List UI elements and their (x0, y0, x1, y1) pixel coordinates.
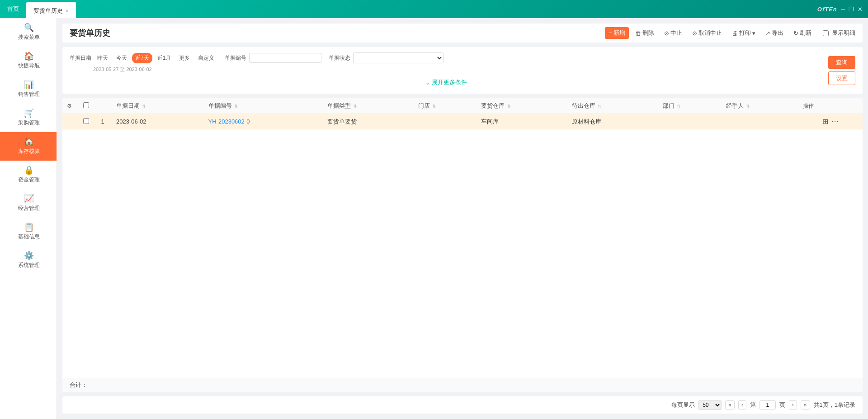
th-settings[interactable]: ⚙ (62, 98, 79, 114)
sort-icon-req-warehouse: ⇅ (507, 104, 511, 109)
filter-row-expand: ⌄ 展开更多条件 (70, 76, 823, 88)
doc-status-select[interactable] (353, 52, 443, 63)
gear-icon: ⚙️ (24, 252, 34, 260)
print-button[interactable]: 🖨 打印 ▾ (728, 27, 759, 39)
th-req-warehouse[interactable]: 要货仓库 ⇅ (476, 98, 567, 114)
th-action: 操作 (798, 98, 863, 114)
home-icon: 🏠 (24, 52, 34, 60)
td-doc-date: 2023-06-02 (112, 114, 204, 129)
th-doc-no[interactable]: 单据编号 ⇅ (204, 98, 323, 114)
page-number-input[interactable] (760, 400, 776, 409)
minimize-btn[interactable]: ─ (841, 6, 845, 13)
filter-actions: 查询 设置 (823, 52, 855, 88)
date-tab-last7days[interactable]: 近7天 (132, 53, 152, 63)
th-department[interactable]: 部门 ⇅ (658, 98, 722, 114)
expand-btn[interactable]: ⌄ 展开更多条件 (425, 76, 467, 88)
th-checkbox (79, 98, 94, 114)
tab-home[interactable]: 首页 (0, 0, 26, 18)
sidebar-item-system-mgmt[interactable]: ⚙️ 系统管理 (0, 246, 57, 275)
export-button[interactable]: ↗ 导出 (762, 27, 787, 39)
row-checkbox[interactable] (83, 118, 89, 124)
sidebar-item-search-menu[interactable]: 🔍 搜索菜单 (0, 18, 57, 47)
operation-icon: 📈 (24, 195, 34, 203)
first-page-btn[interactable]: « (725, 400, 735, 409)
doc-no-input[interactable] (249, 53, 321, 63)
tab-requisition-history[interactable]: 要货单历史 × (26, 2, 76, 20)
search-icon: 🔍 (24, 24, 34, 32)
last-page-btn[interactable]: » (801, 400, 810, 409)
filter-fields: 单据日期 昨天 今天 近7天 近1月 更多 自定义 单据编号 (70, 52, 823, 88)
show-detail-toggle[interactable]: 显示明细 (823, 29, 855, 37)
stop-button[interactable]: ⊘ 中止 (660, 27, 686, 39)
action-more-icon[interactable]: ⋯ (831, 118, 839, 125)
refresh-button[interactable]: ↻ 刷新 (790, 27, 815, 39)
sort-icon-doc-date: ⇅ (142, 104, 146, 109)
td-action: ⊞ ⋯ (798, 114, 863, 129)
prev-page-btn[interactable]: ‹ (738, 400, 746, 409)
sort-icon-handler: ⇅ (746, 104, 750, 109)
cancel-stop-button[interactable]: ⊘ 取消中止 (689, 27, 726, 39)
th-handler[interactable]: 经手人 ⇅ (722, 98, 798, 114)
doc-no-link[interactable]: YH-20230602-0 (208, 118, 250, 125)
refresh-icon: ↻ (793, 30, 798, 37)
toolbar: + 新增 🗑 删除 ⊘ 中止 ⊘ 取消中止 🖨 打印 ▾ (605, 27, 855, 39)
data-table: ⚙ 单据日期 ⇅ 单据编号 ⇅ (62, 98, 863, 129)
th-store[interactable]: 门店 ⇅ (414, 98, 477, 114)
next-page-btn[interactable]: › (789, 400, 797, 409)
filter-group-docstatus: 单据状态 (329, 52, 443, 63)
sidebar-item-inventory[interactable]: 🏠 库存核算 (0, 132, 57, 161)
filter-group-date: 单据日期 昨天 今天 近7天 近1月 更多 自定义 (70, 53, 217, 63)
page-title: 要货单历史 (70, 28, 110, 38)
page-title-bar: 要货单历史 + 新增 🗑 删除 ⊘ 中止 ⊘ 取消中止 🖨 (62, 24, 863, 43)
stop-icon: ⊘ (664, 30, 669, 37)
filter-inner: 单据日期 昨天 今天 近7天 近1月 更多 自定义 单据编号 (70, 52, 855, 88)
sidebar-item-quick-nav[interactable]: 🏠 快捷导航 (0, 47, 57, 75)
td-handler (722, 114, 798, 129)
filter-row-date-range: 2023-05-27 至 2023-06-02 (70, 65, 823, 73)
sort-icon-store: ⇅ (432, 104, 436, 109)
total-info: 共1页，1条记录 (814, 401, 855, 409)
settings-button[interactable]: 设置 (828, 71, 855, 85)
lock-icon: 🔒 (24, 166, 34, 174)
page-size-select[interactable]: 50 10 20 100 (698, 400, 722, 410)
date-tab-more[interactable]: 更多 (176, 53, 193, 63)
date-tab-yesterday[interactable]: 昨天 (94, 53, 111, 63)
filter-area: 单据日期 昨天 今天 近7天 近1月 更多 自定义 单据编号 (62, 47, 863, 94)
delete-icon: 🗑 (635, 30, 641, 37)
sidebar-item-purchase-mgmt[interactable]: 🛒 采购管理 (0, 104, 57, 132)
sort-icon-pending-warehouse: ⇅ (598, 104, 601, 109)
date-tab-last1month[interactable]: 近1月 (154, 53, 175, 63)
summary-label: 合计： (70, 381, 87, 388)
td-pending-warehouse: 原材料仓库 (567, 114, 658, 129)
td-doc-type: 要货单要货 (323, 114, 414, 129)
current-page-suffix: 页 (779, 401, 785, 409)
delete-button[interactable]: 🗑 删除 (632, 27, 658, 39)
sidebar-item-finance-mgmt[interactable]: 🔒 资金管理 (0, 161, 57, 189)
table-row: 1 2023-06-02 YH-20230602-0 要货单要货 (62, 114, 863, 129)
table-container: ⚙ 单据日期 ⇅ 单据编号 ⇅ (62, 98, 863, 392)
td-index: 1 (94, 114, 112, 129)
close-btn[interactable]: ✕ (858, 6, 863, 13)
new-button[interactable]: + 新增 (605, 27, 629, 39)
th-doc-type[interactable]: 单据类型 ⇅ (323, 98, 414, 114)
show-detail-checkbox[interactable] (823, 30, 829, 36)
sidebar-item-basic-info[interactable]: 📋 基础信息 (0, 218, 57, 246)
print-dropdown-icon: ▾ (752, 30, 755, 37)
sidebar-item-operation-mgmt[interactable]: 📈 经营管理 (0, 189, 57, 218)
date-tab-custom[interactable]: 自定义 (195, 53, 217, 63)
content-area: 要货单历史 + 新增 🗑 删除 ⊘ 中止 ⊘ 取消中止 🖨 (57, 18, 868, 419)
restore-btn[interactable]: ❐ (849, 6, 854, 13)
doc-date-label: 单据日期 (70, 54, 91, 62)
filter-row-1: 单据日期 昨天 今天 近7天 近1月 更多 自定义 单据编号 (70, 52, 823, 63)
date-tab-today[interactable]: 今天 (113, 53, 130, 63)
brand-text: OfTEn (817, 6, 837, 13)
th-doc-date[interactable]: 单据日期 ⇅ (112, 98, 204, 114)
action-edit-icon[interactable]: ⊞ (822, 118, 828, 125)
sidebar-item-sales-mgmt[interactable]: 📊 销售管理 (0, 75, 57, 104)
td-req-warehouse: 车间库 (476, 114, 567, 129)
th-pending-warehouse[interactable]: 待出仓库 ⇅ (567, 98, 658, 114)
select-all-checkbox[interactable] (83, 102, 89, 108)
tab-close-icon[interactable]: × (66, 8, 69, 14)
query-button[interactable]: 查询 (828, 56, 855, 69)
expand-icon: ⌄ (425, 79, 430, 86)
